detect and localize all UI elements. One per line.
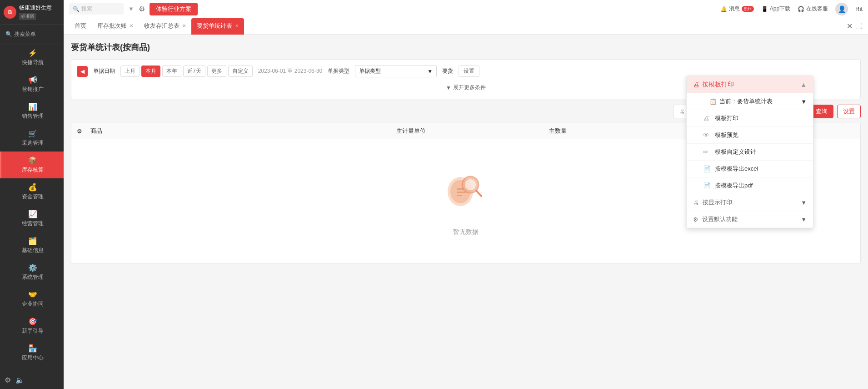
sidebar-item-system[interactable]: ⚙️ 系统管理: [0, 259, 64, 286]
date-btn-custom[interactable]: 自定义: [228, 66, 253, 77]
tab-home[interactable]: 首页: [69, 18, 92, 35]
trial-button[interactable]: 体验行业方案: [150, 3, 198, 15]
expand-more-icon: ▼: [446, 85, 451, 91]
order-type-select[interactable]: 单据类型 ▼: [355, 65, 437, 77]
tab-order-stats-close[interactable]: ✕: [235, 23, 239, 28]
operation-icon: 📈: [28, 210, 37, 218]
date-btn-this-year[interactable]: 本年: [162, 66, 181, 77]
tab-maximize-button[interactable]: ⛶: [855, 22, 863, 30]
sidebar-label-marketing: 营销推广: [22, 86, 44, 93]
sidebar: B 畅康通好生意 标准版 🔍 搜索菜单 ⚡ 快捷导航 📢 营销推广 📊 销售管理…: [0, 0, 64, 389]
dropdown-display-print[interactable]: 🖨 按显示打印 ▼: [687, 194, 813, 211]
app-download-button[interactable]: 📱 App下载: [761, 5, 790, 13]
tab-close-window-button[interactable]: ✕: [847, 22, 853, 30]
tab-receipt-summary[interactable]: 收发存汇总表 ✕: [139, 18, 191, 35]
date-btn-last-month[interactable]: 上月: [120, 66, 140, 77]
order-type-label: 单据类型: [328, 67, 349, 75]
dropdown-header: 🖨 按模板打印 ▲: [687, 76, 813, 93]
tab-order-stats[interactable]: 要货单统计表 ✕: [191, 18, 244, 35]
toolbar-settings-button[interactable]: 设置: [837, 105, 861, 118]
tab-receipt-summary-label: 收发存汇总表: [144, 22, 180, 30]
display-print-chevron: ▼: [801, 199, 807, 206]
sidebar-item-quick-nav[interactable]: ⚡ 快捷导航: [0, 44, 64, 71]
collab-icon: 🤝: [28, 290, 37, 299]
sidebar-item-collab[interactable]: 🤝 企业协同: [0, 286, 64, 313]
online-service-button[interactable]: 🎧 在线客服: [798, 5, 828, 13]
sidebar-item-wechat[interactable]: 💬 企业微信: [0, 366, 64, 371]
tab-home-label: 首页: [75, 22, 86, 30]
purchase-icon: 🛒: [28, 129, 37, 138]
display-print-label: 按显示打印: [703, 198, 732, 207]
current-chevron-icon: ▼: [801, 98, 807, 105]
dropdown-default-func[interactable]: ⚙ 设置默认功能 ▼: [687, 211, 813, 228]
tab-receipt-summary-close[interactable]: ✕: [182, 23, 186, 28]
sidebar-nav: ⚡ 快捷导航 📢 营销推广 📊 销售管理 🛒 采购管理 📦 库存核算 💰 资金管…: [0, 44, 64, 371]
col-unit-label: 主计量单位: [396, 127, 426, 134]
search-menu-button[interactable]: 🔍 搜索菜单: [4, 29, 60, 40]
template-print-label: 模板打印: [715, 114, 738, 122]
svg-point-3: [465, 179, 476, 190]
col-settings[interactable]: ⚙: [77, 128, 90, 135]
messages-button[interactable]: 🔔 消息 99+: [720, 5, 754, 13]
date-btn-more[interactable]: 更多: [207, 66, 226, 77]
sidebar-item-finance[interactable]: 💰 资金管理: [0, 178, 64, 205]
dropdown-print-icon: 🖨: [693, 81, 699, 88]
sidebar-item-basic[interactable]: 🗂️ 基础信息: [0, 232, 64, 259]
tab-order-stats-label: 要货单统计表: [197, 22, 232, 30]
sidebar-item-sales[interactable]: 📊 销售管理: [0, 98, 64, 125]
dropdown-current-template[interactable]: 📋 当前：要货单统计表 ▼: [687, 93, 813, 110]
dropdown-template-excel[interactable]: 📄 按模板导出excel: [687, 161, 813, 177]
sidebar-search[interactable]: 🔍 搜索菜单: [0, 25, 64, 44]
tab-inventory-batch-close[interactable]: ✕: [130, 23, 133, 28]
header-gear-button[interactable]: ⚙: [139, 5, 145, 13]
sidebar-label-inventory: 库存核算: [22, 166, 44, 174]
filter-settings-button[interactable]: 设置: [459, 66, 479, 77]
toolbar-settings-label: 设置: [843, 107, 855, 116]
sidebar-item-appstore[interactable]: 🏪 应用中心: [0, 339, 64, 366]
template-pdf-label: 按模板导出pdf: [715, 182, 753, 190]
default-func-icon: ⚙: [693, 216, 698, 223]
sidebar-item-guide[interactable]: 🎯 新手引导: [0, 313, 64, 339]
logo-icon: B: [4, 6, 16, 19]
dropdown-template-design[interactable]: ✏ 模板自定义设计: [687, 144, 813, 161]
date-btn-this-month[interactable]: 本月: [141, 66, 160, 77]
sidebar-item-operation[interactable]: 📈 经营管理: [0, 205, 64, 232]
dropdown-close-button[interactable]: ▲: [800, 81, 807, 88]
settings-bottom-icon[interactable]: ⚙: [5, 376, 11, 384]
main-area: 🔍 搜索 ▼ ⚙ 体验行业方案 🔔 消息 99+ 📱 App下载 🎧 在线客服 …: [64, 0, 868, 389]
user-avatar[interactable]: 👤: [835, 3, 848, 15]
col-product-header: 商品: [90, 127, 396, 135]
empty-icon: [443, 167, 489, 221]
dropdown-template-pdf[interactable]: 📄 按模板导出pdf: [687, 177, 813, 194]
basic-icon: 🗂️: [28, 237, 37, 245]
sidebar-label-quick-nav: 快捷导航: [22, 59, 44, 66]
sidebar-item-marketing[interactable]: 📢 营销推广: [0, 71, 64, 98]
expand-more-button[interactable]: ▼ 展开更多条件: [439, 82, 493, 93]
online-service-label: 在线客服: [806, 5, 828, 13]
tabs-bar: 首页 库存批次账 ✕ 收发存汇总表 ✕ 要货单统计表 ✕ ✕ ⛶: [64, 18, 868, 35]
dropdown-template-preview[interactable]: 👁 模板预览: [687, 127, 813, 144]
marketing-icon: 📢: [28, 76, 37, 84]
col-qty-header: 主数量: [549, 127, 702, 135]
audio-bottom-icon[interactable]: 🔈: [15, 376, 25, 384]
header-actions: 🔔 消息 99+ 📱 App下载 🎧 在线客服 👤 Rit: [720, 3, 863, 15]
filter-expand-button[interactable]: ◀: [77, 66, 88, 77]
date-btn-7days[interactable]: 近7天: [183, 66, 205, 77]
svg-rect-7: [457, 195, 462, 196]
sidebar-label-collab: 企业协同: [22, 300, 44, 308]
dropdown-template-print[interactable]: 🖨 模板打印: [687, 110, 813, 127]
col-unit-header: 主计量单位: [396, 127, 549, 135]
tab-controls: ✕ ⛶: [847, 22, 863, 30]
sidebar-item-inventory[interactable]: 📦 库存核算: [0, 152, 64, 178]
service-icon: 🎧: [798, 6, 804, 12]
tab-inventory-batch[interactable]: 库存批次账 ✕: [92, 18, 139, 35]
header-search[interactable]: 🔍 搜索: [69, 3, 124, 15]
messages-badge: 99+: [742, 6, 754, 12]
header-chevron-icon[interactable]: ▼: [128, 5, 134, 12]
page-content: 要货单统计表(按商品) ◀ 单据日期 上月 本月 本年 近7天 更多 自定义 2…: [64, 35, 868, 389]
dropdown-default-func-left: ⚙ 设置默认功能: [693, 215, 738, 223]
template-print-icon: 🖨: [703, 115, 711, 122]
sidebar-item-purchase[interactable]: 🛒 采购管理: [0, 125, 64, 152]
avatar-icon: 👤: [838, 5, 846, 13]
appstore-icon: 🏪: [28, 344, 37, 353]
